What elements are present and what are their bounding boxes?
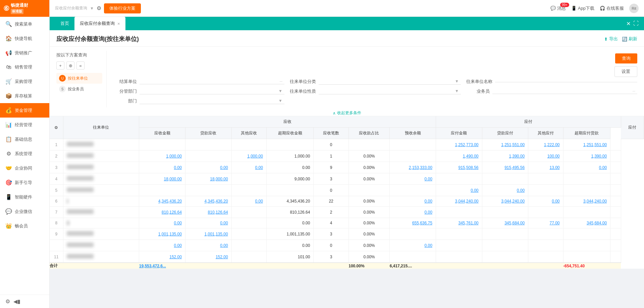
data-cell[interactable] (390, 185, 436, 196)
data-cell[interactable] (436, 228, 482, 240)
data-cell[interactable]: 345,684.00 (563, 218, 610, 228)
data-cell[interactable]: 0.00 (185, 162, 231, 173)
data-cell[interactable]: 3,044,240.00 (482, 196, 528, 207)
data-cell[interactable] (390, 150, 436, 162)
message-button[interactable]: 💬 消息 99+ (550, 5, 566, 11)
export-button[interactable]: ⬆ 导出 (604, 36, 618, 42)
data-cell[interactable] (139, 185, 185, 196)
data-cell[interactable]: 0.00 (390, 173, 436, 185)
data-cell[interactable]: 18,000.00 (185, 173, 231, 185)
data-cell[interactable] (482, 240, 528, 251)
data-cell[interactable]: 345,761.00 (436, 218, 482, 228)
data-cell[interactable]: 345,684.00 (482, 218, 528, 228)
data-cell[interactable] (563, 251, 610, 263)
scheme-by-unit[interactable]: U 按往来单位 (56, 73, 102, 84)
query-button[interactable]: 查询 (615, 53, 637, 63)
topbar-gear-icon[interactable]: ⚙ (97, 5, 101, 11)
sidebar-settings-icon[interactable]: ⚙ (5, 298, 10, 305)
data-cell[interactable]: 1,390.00 (563, 150, 610, 162)
data-cell[interactable]: 1,000.00 (231, 150, 266, 162)
sidebar-item-marketing[interactable]: 📢 营销推广 (0, 46, 49, 60)
data-cell[interactable] (563, 185, 610, 196)
sidebar-item-purchase[interactable]: 🛒 采购管理 (0, 74, 49, 89)
data-cell[interactable]: 1,390.00 (482, 150, 528, 162)
app-download-button[interactable]: 📱 App下载 (571, 5, 594, 11)
user-avatar[interactable]: Rit (629, 4, 639, 13)
data-cell[interactable]: 915,495.56 (482, 162, 528, 173)
data-cell[interactable]: 0.00 (231, 162, 266, 173)
online-service-button[interactable]: 🎧 在线客服 (600, 5, 624, 11)
tab-close-icon[interactable]: × (117, 21, 120, 26)
data-cell[interactable]: 77.00 (528, 218, 563, 228)
data-cell[interactable] (231, 185, 266, 196)
sidebar-item-inventory[interactable]: 📦 库存核算 (0, 89, 49, 103)
data-cell[interactable] (528, 207, 563, 218)
sidebar-item-quick-nav[interactable]: 🏠 快捷导航 (0, 31, 49, 46)
data-cell[interactable]: 655,636.75 (390, 218, 436, 228)
data-cell[interactable]: 1,251,551.00 (563, 139, 610, 150)
window-close-button[interactable]: ✕ (626, 20, 631, 27)
data-cell[interactable]: 0.00 (185, 240, 231, 251)
data-cell[interactable]: 152.00 (139, 251, 185, 263)
sidebar-item-system[interactable]: ⚙ 系统管理 (0, 146, 49, 161)
data-cell[interactable]: 0.00 (139, 218, 185, 228)
sidebar-item-operations[interactable]: 📊 经营管理 (0, 118, 49, 132)
data-cell[interactable] (482, 228, 528, 240)
data-cell[interactable]: 1,222.00 (528, 139, 563, 150)
sidebar-item-hardware[interactable]: 📱 智能硬件 (0, 190, 49, 204)
data-cell[interactable]: 0.00 (482, 185, 528, 196)
data-cell[interactable] (231, 251, 266, 263)
set-button[interactable]: 设置 (614, 66, 637, 77)
data-cell[interactable]: 3,044,240.00 (563, 196, 610, 207)
data-cell[interactable] (482, 207, 528, 218)
data-cell[interactable]: 0.00 (390, 196, 436, 207)
tab-home[interactable]: 首页 (55, 17, 74, 30)
sidebar-item-wechat[interactable]: 💬 企业微信 (0, 204, 49, 219)
data-cell[interactable] (482, 173, 528, 185)
data-cell[interactable]: 915,508.56 (436, 162, 482, 173)
table-settings-icon[interactable]: ⚙ (54, 125, 58, 130)
data-cell[interactable]: 810,126.64 (185, 207, 231, 218)
data-cell[interactable] (231, 228, 266, 240)
data-cell[interactable] (563, 228, 610, 240)
sidebar-item-member[interactable]: 👑 畅会员 (0, 219, 49, 233)
data-cell[interactable] (390, 251, 436, 263)
data-cell[interactable]: 0.00 (231, 196, 266, 207)
data-cell[interactable]: 1,000.00 (139, 150, 185, 162)
data-cell[interactable]: 0.00 (185, 218, 231, 228)
data-cell[interactable] (185, 150, 231, 162)
solution-button[interactable]: 体验行业方案 (104, 3, 141, 13)
data-cell[interactable] (436, 240, 482, 251)
data-cell[interactable] (482, 251, 528, 263)
window-expand-button[interactable]: ⛶ (633, 20, 639, 27)
data-cell[interactable] (436, 251, 482, 263)
sidebar-item-search[interactable]: 🔍 搜索菜单 (0, 17, 49, 31)
sidebar-collapse-icon[interactable]: ◀▮ (13, 298, 20, 305)
data-cell[interactable]: 100.00 (528, 150, 563, 162)
data-cell[interactable] (436, 207, 482, 218)
data-cell[interactable] (528, 173, 563, 185)
data-cell[interactable]: 0.00 (563, 162, 610, 173)
data-cell[interactable] (231, 240, 266, 251)
data-cell[interactable]: 1,251,551.00 (482, 139, 528, 150)
filter-add-button[interactable]: + (56, 61, 64, 70)
collapse-button[interactable]: ∧ 收起更多条件 (56, 110, 637, 116)
sidebar-item-finance[interactable]: 💰 资金管理 (0, 103, 49, 118)
data-cell[interactable] (231, 218, 266, 228)
data-cell[interactable]: 0.00 (436, 185, 482, 196)
data-cell[interactable] (563, 173, 610, 185)
data-cell[interactable] (185, 185, 231, 196)
data-cell[interactable] (390, 139, 436, 150)
data-cell[interactable]: 4,345,436.20 (139, 196, 185, 207)
salesman-ellipsis-icon[interactable]: ··· (633, 89, 635, 93)
sidebar-item-basics[interactable]: 📋 基础信息 (0, 132, 49, 146)
data-cell[interactable]: 3,044,240.00 (436, 196, 482, 207)
data-cell[interactable]: 810,126.64 (139, 207, 185, 218)
data-cell[interactable]: 1,490.00 (436, 150, 482, 162)
data-cell[interactable] (528, 240, 563, 251)
data-cell[interactable] (185, 139, 231, 150)
tab-active[interactable]: 应收应付余额查询 × (74, 17, 125, 30)
filter-back-button[interactable]: « (76, 61, 85, 70)
data-cell[interactable]: 1,001,135.00 (139, 228, 185, 240)
data-cell[interactable] (528, 251, 563, 263)
